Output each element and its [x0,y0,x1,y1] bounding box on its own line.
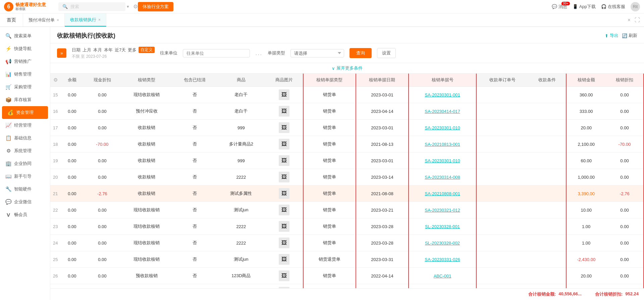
doc-no-link[interactable]: SA-20210813-001 [425,142,460,147]
cell-doc-no[interactable]: SA-20210813-001 [409,136,476,153]
cell-doc-no[interactable]: SA-20210808-001 [409,185,476,202]
setting-button[interactable]: 设置 [377,48,396,58]
filter-toggle-btn[interactable]: » [57,48,66,58]
cell-cash-discount: 0.00 [84,169,121,185]
collab-icon: 🏢 [5,161,11,167]
doc-no-link[interactable]: SA-20230301-010 [425,158,460,163]
app-name: 畅捷通谱好生意 [15,2,46,7]
cell-doc-no[interactable]: SA-20230301-010 [409,153,476,169]
doc-no-link[interactable]: SL-20230328-001 [425,224,460,229]
cell-order-no [476,218,528,235]
tab-verify[interactable]: 收款核销执行 × [65,13,106,27]
sidebar-item-collab[interactable]: 🏢 企业协同 [0,157,50,170]
table-row: 15 0.00 0.00 现结收款核销 否 老白干 🖼 销货单 2023-03-… [50,87,644,103]
doc-no-link[interactable]: SA-20230331-026 [425,257,460,262]
cell-include-settled: 否 [172,153,217,169]
date-btn-custom[interactable]: 自定义 [139,47,155,53]
cell-order-no [476,284,528,289]
from-unit-input[interactable] [183,49,250,57]
sidebar-item-purchase[interactable]: 🛒 采购管理 [0,81,50,93]
sidebar-item-finance[interactable]: 💰 资金管理 [2,106,48,119]
sidebar-item-search[interactable]: 🔍 搜索菜单 [0,30,50,42]
cell-discount: 0.00 [606,153,644,169]
maximize-icon[interactable]: ⛶ [635,17,640,23]
sidebar-item-guide[interactable]: 📖 新手引导 [0,170,50,183]
cell-payment-terms [528,87,566,103]
cell-cash-discount: 0.00 [84,103,121,120]
date-btn-this-month[interactable]: 本月 [93,47,102,53]
cell-doc-no[interactable]: SA-20230331-026 [409,251,476,268]
cell-amount: 20.00 [566,120,606,136]
cell-discount: 0.00 [606,218,644,235]
cell-amount: 360.00 [566,87,606,103]
cell-index: 19 [50,153,60,169]
sidebar-item-member[interactable]: V 畅会员 [0,208,50,221]
industry-btn[interactable]: 休验行业方案 [138,2,173,11]
settings-icon[interactable]: ⚙ [133,3,138,10]
sidebar-item-label: 采购管理 [14,84,32,90]
sidebar-item-system[interactable]: ⚙ 系统管理 [0,144,50,157]
date-btn-this-year[interactable]: 本年 [104,47,113,53]
doc-type-select[interactable]: 请选择 [290,49,344,57]
cell-payment-terms [528,268,566,284]
date-btn-7days[interactable]: 近7天 [115,47,126,53]
filter-expand-btn[interactable]: ∨ 展开更多条件 [330,63,365,73]
app-download-item[interactable]: 📱 App下载 [573,4,596,10]
sidebar-item-basic[interactable]: 📋 基础信息 [0,132,50,144]
doc-no-link[interactable]: ABC-001 [434,273,451,278]
cell-doc-no[interactable]: SL-20230408-001 [409,284,476,289]
doc-no-link[interactable]: SA-20230301-010 [425,125,460,130]
cell-verify-type: 现结收款核销 [121,284,172,289]
close-window-icon[interactable]: × [628,17,631,23]
date-btn-more[interactable]: 更多 [128,47,137,53]
header-actions: ⬆ 导出 🔄 刷新 [605,33,637,39]
cell-doc-no[interactable]: SL-20230328-002 [409,235,476,251]
cell-verify-type: 收款核销 [121,185,172,202]
tab-prepay[interactable]: 预付冲应付单 × [23,13,65,27]
cell-doc-no[interactable]: ABC-001 [409,268,476,284]
cell-doc-no[interactable]: SA-20230301-010 [409,120,476,136]
online-service-item[interactable]: 🎧 在线客服 [601,4,625,10]
doc-no-link[interactable]: SL-20230328-002 [425,241,460,246]
cell-doc-date: 2023-03-28 [356,218,409,235]
cell-doc-no[interactable]: SA-20230414-017 [409,103,476,120]
sidebar-item-quicknav[interactable]: ⚡ 快捷导航 [0,42,50,55]
cell-goods-image: 🖼 [265,153,303,169]
query-button[interactable]: 查询 [350,48,372,58]
cell-discount: 0.00 [606,251,644,268]
tab-verify-close[interactable]: × [98,17,101,22]
tab-prepay-close[interactable]: × [57,18,59,23]
tab-home[interactable]: 首页 [0,13,23,27]
export-button[interactable]: ⬆ 导出 [605,33,619,39]
sidebar-item-marketing[interactable]: 📢 营销推广 [0,55,50,68]
cell-doc-no[interactable]: SA-20230301-001 [409,87,476,103]
user-avatar[interactable]: Rit [631,2,640,11]
column-settings-icon[interactable]: ⚙ [53,77,58,83]
dropdown-icon[interactable]: ▾ [127,4,129,9]
cell-index: 23 [50,218,60,235]
sidebar-item-label: 营销推广 [14,58,32,65]
sidebar-item-operations[interactable]: 📈 经营管理 [0,119,50,132]
refresh-icon: 🔄 [622,33,627,38]
cell-doc-no[interactable]: SA-20230321-012 [409,202,476,218]
th-balance: 余额 [60,74,84,87]
headset-icon: 🎧 [601,4,606,9]
cell-amount: 1.00 [566,218,606,235]
search-box[interactable]: 🔍 搜索 [58,2,125,11]
cell-doc-no[interactable]: SA-20230314-008 [409,169,476,185]
doc-no-link[interactable]: SA-20210808-001 [425,191,460,196]
message-item[interactable]: 💬 消息 99+ [552,4,567,10]
tab-prepay-label: 预付冲应付单 [29,17,55,23]
date-btn-last-month[interactable]: 上月 [83,47,91,53]
doc-no-link[interactable]: SA-20230301-001 [425,92,460,97]
sidebar-item-hardware[interactable]: 🔧 智能硬件 [0,183,50,196]
sidebar-item-sales[interactable]: 📊 销售管理 [0,68,50,81]
sidebar-item-inventory[interactable]: 📦 库存核算 [0,93,50,106]
doc-no-link[interactable]: SA-20230321-012 [425,208,460,213]
doc-no-link[interactable]: SA-20230414-017 [425,109,460,114]
cell-doc-no[interactable]: SL-20230328-001 [409,218,476,235]
sidebar-item-weixin[interactable]: 💬 企业微信 [0,196,50,208]
doc-no-link[interactable]: SA-20230314-008 [425,175,460,180]
refresh-button[interactable]: 🔄 刷新 [622,33,637,39]
from-unit-label: 往来单位 [160,50,177,56]
